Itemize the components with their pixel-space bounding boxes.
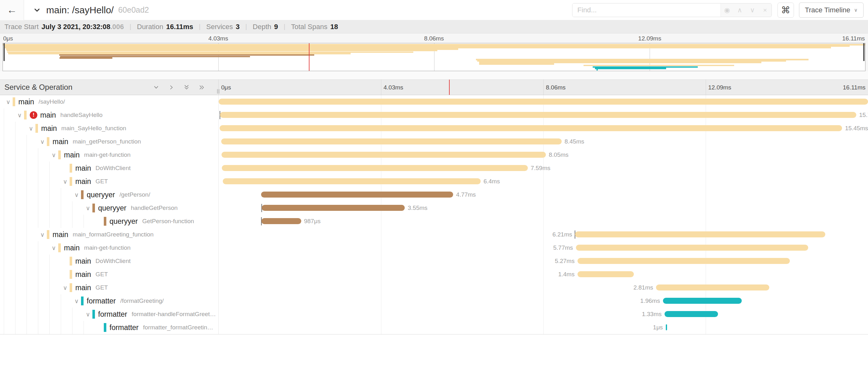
indent-guide <box>4 281 15 294</box>
span-bar-track[interactable]: 987μs <box>218 215 868 228</box>
row-chevron-down-icon[interactable]: ∨ <box>38 231 47 238</box>
span-bar[interactable] <box>578 271 634 277</box>
row-chevron-down-icon[interactable]: ∨ <box>38 138 47 145</box>
row-gridline <box>381 228 381 241</box>
span-bar[interactable] <box>223 178 481 184</box>
next-result-icon[interactable]: ∨ <box>746 3 759 17</box>
minimap-right-scrubber[interactable] <box>863 43 865 61</box>
span-bar-track[interactable]: 2.81ms <box>218 281 868 294</box>
span-bar[interactable] <box>663 298 742 304</box>
span-name-cell[interactable]: ∨mainmain_formatGreeting_function <box>0 228 218 241</box>
prev-result-icon[interactable]: ∧ <box>734 3 746 17</box>
span-bar[interactable] <box>656 284 769 291</box>
expand-all-icon[interactable] <box>198 84 205 91</box>
row-chevron-down-icon[interactable]: ∨ <box>27 125 35 132</box>
span-bar-track[interactable]: 7.59ms <box>218 162 868 175</box>
span-name-cell[interactable]: ∨mainGET <box>0 281 218 294</box>
collapse-all-icon[interactable] <box>183 84 190 91</box>
indent-guide <box>4 162 15 175</box>
row-chevron-down-icon[interactable]: ∨ <box>72 298 81 305</box>
timeline-time-axis[interactable]: 0μs4.03ms8.06ms12.09ms16.11ms <box>218 80 868 95</box>
minimap-left-scrubber[interactable] <box>3 43 5 61</box>
row-chevron-down-icon[interactable]: ∨ <box>50 151 58 159</box>
span-name-cell[interactable]: queryyerGetPerson-function <box>0 215 218 228</box>
span-name-cell[interactable]: ∨formatterformatter-handleFormatGreeting <box>0 308 218 321</box>
minimap-canvas[interactable] <box>3 43 865 71</box>
trace-view-selector[interactable]: Trace Timeline ∨ <box>799 3 864 18</box>
span-bar[interactable] <box>575 231 825 237</box>
span-duration-label: 6.4ms <box>484 175 500 188</box>
indent-guide <box>38 255 50 268</box>
span-name-cell[interactable]: formatterformatter_formatGreeting_functi… <box>0 321 218 334</box>
indent-guide <box>50 188 61 201</box>
row-gridline <box>706 135 706 148</box>
span-name-cell[interactable]: ∨main/sayHello/ <box>0 95 218 108</box>
span-bar[interactable] <box>261 192 454 198</box>
row-chevron-down-icon[interactable]: ∨ <box>4 98 13 106</box>
locate-icon[interactable]: ◉ <box>721 3 734 17</box>
span-bar[interactable] <box>664 311 718 317</box>
span-bar[interactable] <box>220 112 856 118</box>
row-chevron-down-icon[interactable]: ∨ <box>84 205 92 212</box>
span-bar[interactable] <box>220 125 842 131</box>
span-name-cell[interactable]: ∨queryyer/getPerson/ <box>0 188 218 201</box>
row-chevron-down-icon[interactable]: ∨ <box>84 311 92 318</box>
span-bar[interactable] <box>221 152 546 158</box>
operation-name: main_SayHello_function <box>61 125 128 132</box>
span-name-cell[interactable]: ∨queryyerhandleGetPerson <box>0 201 218 215</box>
title-chevron-down-icon[interactable] <box>33 6 41 14</box>
span-bar-track[interactable]: 3.55ms <box>218 201 868 215</box>
span-bar-track[interactable]: 6.4ms <box>218 175 868 188</box>
row-chevron-down-icon[interactable]: ∨ <box>72 191 81 199</box>
span-bar[interactable] <box>578 258 790 264</box>
span-name-cell[interactable]: ∨mainmain_getPerson_function <box>0 135 218 148</box>
span-bar[interactable] <box>222 165 528 171</box>
find-input[interactable] <box>572 3 720 17</box>
span-bar-track[interactable]: 1.4ms <box>218 268 868 281</box>
operation-name: main-get-function <box>84 151 132 158</box>
span-bar-track[interactable]: 16.11ms <box>218 95 868 108</box>
expand-one-icon[interactable] <box>168 84 175 91</box>
span-bar[interactable] <box>666 324 667 330</box>
span-bar-track[interactable]: 8.05ms <box>218 148 868 162</box>
indent-guide <box>15 135 27 148</box>
span-bar-track[interactable]: 15.79ms <box>218 108 868 122</box>
span-bar-track[interactable]: 5.77ms <box>218 241 868 255</box>
span-bar-track[interactable]: 5.27ms <box>218 255 868 268</box>
span-name-cell[interactable]: mainDoWithClient <box>0 255 218 268</box>
span-name-cell[interactable]: ∨mainmain_SayHello_function <box>0 122 218 135</box>
span-bar-track[interactable]: 1μs <box>218 321 868 334</box>
span-bar[interactable] <box>221 138 562 144</box>
span-name-cell[interactable]: ∨formatter/formatGreeting/ <box>0 294 218 308</box>
span-bar-track[interactable]: 1.33ms <box>218 308 868 321</box>
span-bar-track[interactable]: 1.96ms <box>218 294 868 308</box>
service-color-chip <box>92 310 95 318</box>
row-chevron-down-icon[interactable]: ∨ <box>15 111 24 119</box>
row-chevron-down-icon[interactable]: ∨ <box>50 244 58 251</box>
back-button[interactable]: ← <box>0 0 24 20</box>
row-chevron-down-icon[interactable]: ∨ <box>61 178 70 185</box>
span-bar[interactable] <box>576 245 808 251</box>
span-name-cell[interactable]: mainGET <box>0 268 218 281</box>
indent-guide <box>50 201 61 215</box>
span-bar[interactable] <box>219 99 868 105</box>
span-name-cell[interactable]: mainDoWithClient <box>0 162 218 175</box>
span-name-cell[interactable]: ∨!mainhandleSayHello <box>0 108 218 122</box>
row-gridline <box>543 201 544 215</box>
span-name-cell[interactable]: ∨mainmain-get-function <box>0 241 218 255</box>
span-bar-track[interactable]: 6.21ms <box>218 228 868 241</box>
keyboard-shortcuts-button[interactable]: ⌘ <box>777 3 794 18</box>
span-bar[interactable] <box>262 205 405 211</box>
indent-guide <box>38 294 50 308</box>
indent-guide <box>38 201 50 215</box>
span-bar-track[interactable]: 4.77ms <box>218 188 868 201</box>
collapse-one-icon[interactable] <box>153 84 159 91</box>
span-name-cell[interactable]: ∨mainmain-get-function <box>0 148 218 162</box>
clear-find-icon[interactable]: × <box>759 3 772 17</box>
span-bar-track[interactable]: 8.45ms <box>218 135 868 148</box>
span-bar-track[interactable]: 15.45ms <box>218 122 868 135</box>
span-row: ∨formatterformatter-handleFormatGreeting… <box>0 308 868 321</box>
row-chevron-down-icon[interactable]: ∨ <box>61 284 70 292</box>
span-name-cell[interactable]: ∨mainGET <box>0 175 218 188</box>
span-bar[interactable] <box>261 218 301 224</box>
